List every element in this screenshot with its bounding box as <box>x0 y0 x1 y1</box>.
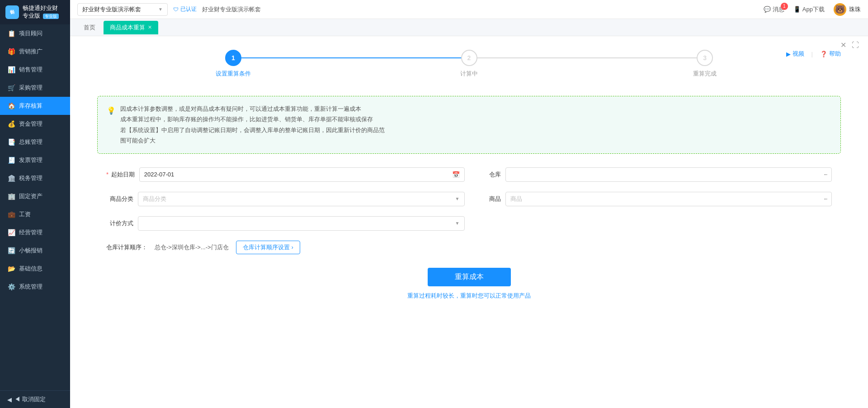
category-input[interactable]: 商品分类 ▼ <box>138 192 465 206</box>
sidebar-item-label: 发票管理 <box>19 156 42 164</box>
notice-line-1: 因成本计算参数调整，或是对商品成本有疑问时，可以通过成本重算功能，重新计算一遍成… <box>120 104 385 114</box>
pin-label: ◀ 取消固定 <box>14 395 46 403</box>
notification-badge: 1 <box>781 3 788 10</box>
notice-line-4: 围可能会扩大 <box>120 135 385 146</box>
pricing-input[interactable]: ▼ <box>138 216 465 231</box>
calc-order-label: 仓库计算顺序： <box>106 243 147 251</box>
main-area: 好业财专业版演示帐套 ▼ 🛡 已认证 好业财专业版演示帐套 💬 消息 1 📱 A… <box>70 0 868 408</box>
sidebar-item-inventory[interactable]: 🏠 库存核算 <box>0 97 70 115</box>
category-placeholder: 商品分类 <box>143 195 166 203</box>
verified-account-name: 好业财专业版演示帐套 <box>202 5 261 14</box>
sidebar: 畅 畅捷通好业财 专业版 专业版 📋 项目顾问 🎁 营销推广 📊 销售管理 🛒 … <box>0 0 70 408</box>
sidebar-item-label: 工资 <box>19 210 31 218</box>
tabbar: 首页 商品成本重算 ✕ <box>70 19 868 36</box>
app-download-button[interactable]: 📱 App下载 <box>793 5 825 14</box>
sidebar-item-tax[interactable]: 🏛️ 税务管理 <box>0 169 70 187</box>
sidebar-item-label: 经营管理 <box>19 228 42 237</box>
warehouse-input[interactable]: ··· <box>505 167 832 182</box>
sidebar-item-label: 系统管理 <box>19 283 42 291</box>
account-selector[interactable]: 好业财专业版演示帐套 ▼ <box>77 3 168 16</box>
tab-recalc-label: 商品成本重算 <box>110 24 145 32</box>
category-field: 商品分类 商品分类 ▼ <box>106 192 465 206</box>
warning-icon: 💡 <box>107 104 116 146</box>
start-date-input[interactable]: 2022-07-01 📅 <box>139 167 465 182</box>
notice-content: 因成本计算参数调整，或是对商品成本有疑问时，可以通过成本重算功能，重新计算一遍成… <box>120 104 385 146</box>
recalc-btn-label: 重算成本 <box>455 273 484 280</box>
sidebar-header: 畅 畅捷通好业财 专业版 专业版 <box>0 0 70 24</box>
expand-window-button[interactable]: ⛶ <box>852 41 859 49</box>
app-subtitle: 专业版 专业版 <box>23 12 59 20</box>
sidebar-item-label: 采购管理 <box>19 84 42 92</box>
pricing-label: 计价方式 <box>106 219 133 228</box>
step-1-label: 设置重算条件 <box>216 70 251 78</box>
tab-recalc[interactable]: 商品成本重算 ✕ <box>104 21 158 34</box>
sidebar-pin-toggle[interactable]: ◀ ◀ 取消固定 <box>0 390 70 408</box>
step-1-circle: 1 <box>225 50 241 66</box>
sidebar-item-marketing[interactable]: 🎁 营销推广 <box>0 43 70 61</box>
pin-icon: ◀ <box>7 396 12 403</box>
sidebar-item-operations[interactable]: 📈 经营管理 <box>0 223 70 242</box>
finance-icon: 💰 <box>7 120 15 128</box>
sidebar-item-system[interactable]: ⚙️ 系统管理 <box>0 278 70 296</box>
step-2: 2 计算中 <box>351 50 587 78</box>
start-date-value: 2022-07-01 <box>144 171 175 178</box>
form-row-2: 商品分类 商品分类 ▼ 商品 商品 ··· <box>106 192 832 206</box>
start-date-field: * 起始日期 2022-07-01 📅 <box>106 167 465 182</box>
user-name: 珠珠 <box>849 5 861 14</box>
calc-order-value: 总仓->深圳仓库->...->门店仓 <box>155 243 229 251</box>
form-row-3: 计价方式 ▼ <box>106 216 832 231</box>
logo-icon: 畅 <box>10 9 14 15</box>
tab-close-icon[interactable]: ✕ <box>148 24 152 30</box>
marketing-icon: 🎁 <box>7 48 15 55</box>
step-1: 1 设置重算条件 <box>115 50 351 78</box>
sidebar-item-label: 销售管理 <box>19 66 42 74</box>
warehouse-field: 仓库 ··· <box>474 167 832 182</box>
category-label: 商品分类 <box>106 195 133 203</box>
sidebar-item-purchase[interactable]: 🛒 采购管理 <box>0 79 70 97</box>
message-button[interactable]: 💬 消息 1 <box>764 5 784 14</box>
recalc-button[interactable]: 重算成本 <box>428 268 511 286</box>
assets-icon: 🏢 <box>7 193 15 200</box>
verified-badge: 🛡 已认证 <box>173 5 197 13</box>
sidebar-item-project[interactable]: 📋 项目顾问 <box>0 24 70 43</box>
user-profile[interactable]: 🐻 珠珠 <box>834 3 861 16</box>
project-icon: 📋 <box>7 30 15 37</box>
sidebar-item-label: 营销推广 <box>19 47 42 56</box>
sidebar-item-salary[interactable]: 💼 工资 <box>0 205 70 223</box>
product-placeholder: 商品 <box>510 195 522 203</box>
sidebar-nav: 📋 项目顾问 🎁 营销推广 📊 销售管理 🛒 采购管理 🏠 库存核算 💰 资金管… <box>0 24 70 390</box>
product-input[interactable]: 商品 ··· <box>505 192 832 206</box>
tab-home-label: 首页 <box>84 24 95 32</box>
product-more-icon: ··· <box>824 195 827 203</box>
system-icon: ⚙️ <box>7 283 15 290</box>
chevron-right-icon: › <box>292 244 293 251</box>
sidebar-item-label: 小畅报销 <box>19 247 42 255</box>
sidebar-item-label: 基础信息 <box>19 265 42 273</box>
sidebar-item-assets[interactable]: 🏢 固定资产 <box>0 187 70 205</box>
accounting-icon: 📑 <box>7 138 15 146</box>
close-window-button[interactable]: ✕ <box>840 41 846 49</box>
window-controls: ✕ ⛶ <box>840 41 859 49</box>
invoice-icon: 🧾 <box>7 157 15 164</box>
sidebar-item-basic[interactable]: 📂 基础信息 <box>0 260 70 278</box>
tab-home[interactable]: 首页 <box>77 21 102 34</box>
step-2-label: 计算中 <box>460 70 478 78</box>
tax-icon: 🏛️ <box>7 175 15 182</box>
sidebar-item-accounting[interactable]: 📑 总账管理 <box>0 133 70 151</box>
steps-indicator: 1 设置重算条件 2 计算中 3 重算完成 <box>88 50 850 78</box>
product-field: 商品 商品 ··· <box>474 192 832 206</box>
sales-icon: 📊 <box>7 66 15 73</box>
account-name: 好业财专业版演示帐套 <box>82 5 141 14</box>
notice-box: 💡 因成本计算参数调整，或是对商品成本有疑问时，可以通过成本重算功能，重新计算一… <box>97 96 841 154</box>
sidebar-item-finance[interactable]: 💰 资金管理 <box>0 115 70 133</box>
sidebar-item-label: 固定资产 <box>19 192 42 200</box>
sidebar-item-invoice[interactable]: 🧾 发票管理 <box>0 151 70 169</box>
recalc-note: 重算过程耗时较长，重算时您可以正常使用产品 <box>407 292 531 300</box>
calc-order-settings-button[interactable]: 仓库计算顺序设置 › <box>236 241 300 254</box>
verified-label: 已认证 <box>180 5 197 13</box>
sidebar-item-expense[interactable]: 🔄 小畅报销 <box>0 242 70 260</box>
warehouse-label: 仓库 <box>474 171 501 179</box>
sidebar-item-label: 库存核算 <box>19 102 42 110</box>
purchase-icon: 🛒 <box>7 84 15 91</box>
sidebar-item-sales[interactable]: 📊 销售管理 <box>0 61 70 79</box>
